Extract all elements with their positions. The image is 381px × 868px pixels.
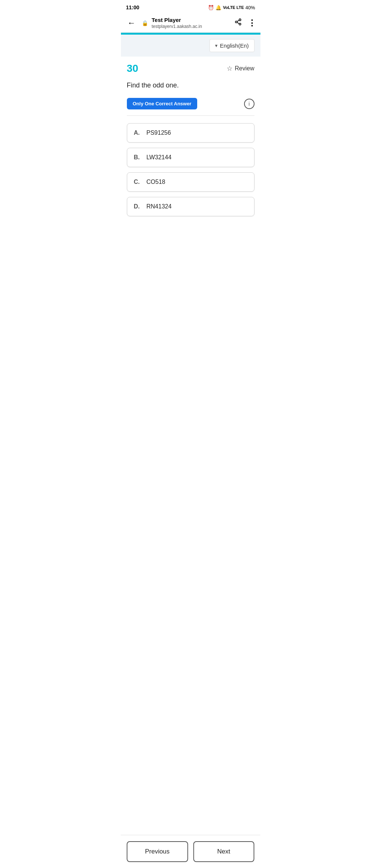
option-text: CO518: [147, 179, 166, 185]
option-item-d[interactable]: D. RN41324: [127, 197, 254, 216]
browser-url: testplayerv1.aakash.ac.in: [152, 24, 231, 30]
status-icons: ⏰ 🔔 VoLTE LTE 40%: [208, 5, 255, 10]
language-selector-row: ▾ English(En): [121, 35, 260, 57]
option-text: LW32144: [147, 154, 172, 161]
info-icon[interactable]: i: [244, 99, 254, 109]
divider: [127, 115, 254, 116]
browser-bar: ← 🔒 Test Player testplayerv1.aakash.ac.i…: [121, 13, 260, 33]
review-button[interactable]: ☆ Review: [227, 64, 254, 73]
language-selector[interactable]: ▾ English(En): [209, 39, 254, 52]
browser-title: Test Player: [152, 16, 231, 24]
star-icon: ☆: [227, 64, 233, 73]
option-item-b[interactable]: B. LW32144: [127, 148, 254, 167]
question-number: 30: [127, 63, 138, 74]
signal-icon: VoLTE LTE: [223, 5, 244, 10]
battery-icon: 40%: [245, 5, 255, 10]
alarm-icon: ⏰: [208, 5, 214, 10]
answer-type-badge: Only One Correct Answer: [127, 98, 198, 109]
svg-line-3: [237, 22, 239, 23]
lock-icon: 🔒: [142, 20, 148, 26]
svg-line-4: [237, 20, 239, 21]
url-info: Test Player testplayerv1.aakash.ac.in: [152, 16, 231, 29]
options-list: A. PS91256 B. LW32144 C. CO518 D. RN4132…: [127, 123, 254, 224]
option-label: D.: [134, 203, 141, 210]
status-bar: 11:00 ⏰ 🔔 VoLTE LTE 40%: [121, 0, 260, 13]
option-label: C.: [134, 179, 141, 185]
review-label: Review: [235, 65, 254, 72]
option-item-a[interactable]: A. PS91256: [127, 123, 254, 143]
mute-icon: 🔔: [215, 5, 221, 10]
answer-type-row: Only One Correct Answer i: [127, 98, 254, 109]
main-content: 30 ☆ Review Find the odd one. Only One C…: [121, 57, 260, 268]
status-time: 11:00: [126, 4, 140, 10]
option-text: RN41324: [147, 203, 172, 210]
option-item-c[interactable]: C. CO518: [127, 172, 254, 192]
share-icon[interactable]: [234, 18, 242, 28]
back-button[interactable]: ←: [125, 17, 138, 29]
question-text: Find the odd one.: [127, 80, 254, 90]
option-text: PS91256: [147, 130, 171, 136]
question-header: 30 ☆ Review: [127, 63, 254, 74]
menu-icon[interactable]: ⋮: [248, 18, 256, 28]
browser-actions: ⋮: [234, 18, 256, 28]
chevron-down-icon: ▾: [215, 43, 218, 48]
option-label: B.: [134, 154, 141, 161]
option-label: A.: [134, 130, 141, 136]
language-label: English(En): [220, 42, 249, 49]
